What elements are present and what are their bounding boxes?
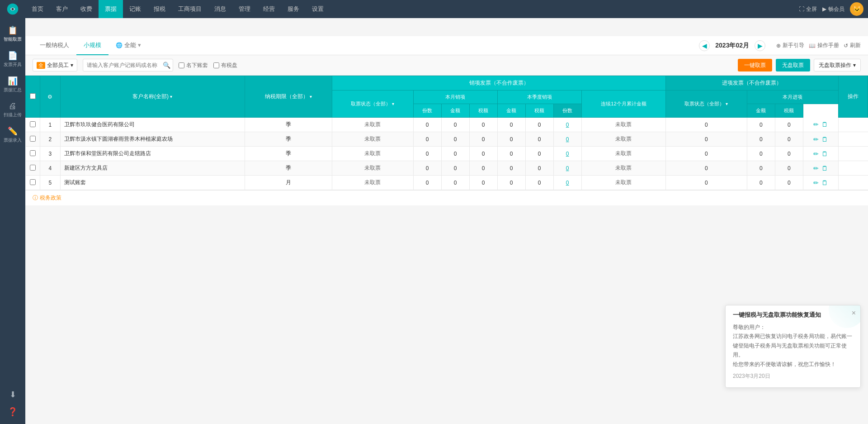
row-checkbox[interactable] — [30, 179, 36, 185]
main-table: ⚙ 客户名称(全部) ▾ 纳税期限（全部） ▾ 销项发票（不合作废票） 进项发票… — [25, 76, 868, 190]
row-sales-quarterly-tax: 0 — [525, 118, 553, 132]
row-checkbox[interactable] — [30, 165, 36, 171]
row-input-monthly-count: 0 — [666, 118, 747, 132]
checkbox-taxdisk[interactable]: 有税盘 — [213, 62, 237, 69]
row-no: 2 — [40, 132, 61, 147]
nav-settings[interactable]: 设置 — [306, 0, 330, 18]
th-input-monthly-tax: 税额 — [775, 104, 803, 118]
tax-period-filter-icon[interactable]: ▾ — [310, 94, 312, 99]
toolbar: 全 全部员工 ▾ 🔍 名下账套 有税盘 一键取票 无盘取票 无盘取票操作 ▾ — [25, 55, 868, 76]
sidebar-item-scan-upload[interactable]: 🖨 扫描上传 — [1, 98, 24, 122]
row-checkbox[interactable] — [30, 136, 36, 142]
th-monthly-input: 本月进项 — [747, 91, 838, 104]
th-sales-monthly-tax: 税额 — [469, 104, 497, 118]
employee-select[interactable]: 全 全部员工 ▾ — [33, 59, 77, 71]
row-input-status: 未取票 — [581, 176, 665, 190]
row-customer: 卫辉市玖玖健合医药有限公司 — [60, 118, 245, 132]
dropdown-arrow-icon: ▾ — [138, 42, 141, 48]
th-customer: 客户名称(全部) ▾ — [60, 76, 245, 118]
info-icon: ⓘ — [33, 194, 38, 202]
search-input[interactable] — [83, 59, 173, 71]
row-edit-icon[interactable]: ✏ — [813, 165, 819, 172]
row-view-icon[interactable]: 🗒 — [821, 121, 828, 128]
row-checkbox-cell — [26, 161, 40, 176]
nodisk-ops-btn[interactable]: 无盘取票操作 ▾ — [814, 59, 861, 71]
row-input-status: 未取票 — [581, 118, 665, 132]
checkbox-myaccounts-input[interactable] — [179, 62, 184, 68]
row-edit-icon[interactable]: ✏ — [813, 121, 819, 128]
tab-all[interactable]: 🌐 全能 ▾ — [108, 36, 148, 55]
row-input-monthly-tax: 0 — [775, 176, 803, 190]
row-actions: ✏ 🗒 — [803, 132, 838, 147]
checkbox-taxdisk-input[interactable] — [213, 62, 219, 68]
nodisk-ticket-btn[interactable]: 无盘取票 — [776, 59, 810, 71]
row-actions: ✏ 🗒 — [803, 176, 838, 190]
th-sales-monthly-count: 份数 — [413, 104, 441, 118]
tax-policy-link[interactable]: ⓘ 税务政策 — [33, 194, 861, 202]
member-btn[interactable]: ▶ 畅会员 — [822, 5, 844, 13]
row-tax-period: 月 — [245, 176, 332, 190]
row-view-icon[interactable]: 🗒 — [821, 165, 828, 172]
row-input-monthly-tax: 0 — [775, 147, 803, 161]
input-status-filter-icon[interactable]: ▾ — [726, 101, 728, 106]
row-sales-monthly-amount: 0 — [441, 161, 469, 176]
row-checkbox[interactable] — [30, 150, 36, 156]
row-view-icon[interactable]: 🗒 — [821, 179, 828, 186]
ticket-entry-icon: ✏️ — [8, 126, 18, 136]
nav-manage[interactable]: 管理 — [232, 0, 257, 18]
row-input-monthly-tax: 0 — [775, 132, 803, 147]
th-sales-status: 取票状态（全部） ▾ — [332, 91, 413, 118]
row-input-status: 未取票 — [581, 147, 665, 161]
search-button[interactable]: 🔍 — [163, 62, 170, 69]
nav-invoice[interactable]: 票据 — [99, 0, 123, 18]
table-row: 3 卫辉市保和堂医药有限公司走辖路店 季 未取票 0 0 0 0 0 0 未取票… — [26, 147, 868, 161]
select-all-checkbox[interactable] — [30, 93, 36, 99]
nav-message[interactable]: 消息 — [208, 0, 232, 18]
guide-btn[interactable]: ⊕ 新手引导 — [776, 42, 804, 49]
period-prev-btn[interactable]: ◀ — [699, 40, 710, 51]
row-edit-icon[interactable]: ✏ — [813, 150, 819, 157]
nav-tax[interactable]: 报税 — [147, 0, 172, 18]
row-sales-quarterly-amount: 0 — [497, 147, 525, 161]
nav-service[interactable]: 服务 — [281, 0, 306, 18]
refresh-btn[interactable]: ↺ 刷新 — [844, 42, 861, 49]
row-view-icon[interactable]: 🗒 — [821, 150, 828, 157]
table-row: 2 卫辉市汲水镇下圆湖睿雨营养木种植家庭农场 季 未取票 0 0 0 0 0 0… — [26, 132, 868, 147]
nav-customer[interactable]: 客户 — [50, 0, 74, 18]
row-checkbox[interactable] — [30, 121, 36, 127]
row-checkbox-cell — [26, 147, 40, 161]
user-avatar[interactable]: 🐱 — [850, 2, 863, 16]
onekey-ticket-btn[interactable]: 一键取票 — [738, 59, 772, 71]
row-actions: ✏ 🗒 — [803, 161, 838, 176]
row-sales-12month: 0 — [553, 147, 581, 161]
fullscreen-btn[interactable]: ⛶ 全屏 — [799, 5, 817, 13]
nav-accounting[interactable]: 记账 — [123, 0, 147, 18]
sales-status-filter-icon[interactable]: ▾ — [392, 101, 394, 106]
tab-general-taxpayer[interactable]: 一般纳税人 — [33, 36, 76, 55]
nav-operation[interactable]: 经营 — [257, 0, 281, 18]
row-customer: 卫辉市汲水镇下圆湖睿雨营养木种植家庭农场 — [60, 132, 245, 147]
nav-home[interactable]: 首页 — [25, 0, 50, 18]
search-wrap: 🔍 — [83, 59, 173, 71]
nav-business[interactable]: 工商项目 — [172, 0, 208, 18]
row-sales-status: 未取票 — [332, 118, 413, 132]
row-input-monthly-count: 0 — [666, 147, 747, 161]
manual-btn[interactable]: 📖 操作手册 — [809, 42, 839, 49]
sidebar-item-ticket-entry[interactable]: ✏️ 票据录入 — [1, 123, 24, 147]
customer-filter-icon[interactable]: ▾ — [170, 94, 172, 99]
period-next-btn[interactable]: ▶ — [755, 40, 765, 51]
sidebar-item-invoice-issue[interactable]: 📄 发票开具 — [1, 47, 24, 71]
th-input-monthly-count: 份数 — [553, 104, 581, 118]
checkbox-myaccounts[interactable]: 名下账套 — [179, 62, 208, 69]
row-edit-icon[interactable]: ✏ — [813, 136, 819, 143]
nav-fee[interactable]: 收费 — [74, 0, 99, 18]
sidebar: 📋 智能取票 📄 发票开具 📊 票据汇总 🖨 扫描上传 ✏️ 票据录入 ⬇ ❓ — [0, 18, 25, 205]
row-edit-icon[interactable]: ✏ — [813, 179, 819, 186]
sidebar-item-smart-ticket[interactable]: 📋 智能取票 — [1, 22, 24, 46]
sidebar-item-ticket-summary[interactable]: 📊 票据汇总 — [1, 72, 24, 97]
tab-small-scale[interactable]: 小规模 — [76, 36, 108, 55]
row-tax-period: 季 — [245, 118, 332, 132]
row-sales-monthly-tax: 0 — [469, 161, 497, 176]
row-view-icon[interactable]: 🗒 — [821, 136, 828, 143]
row-input-monthly-count: 0 — [666, 176, 747, 190]
